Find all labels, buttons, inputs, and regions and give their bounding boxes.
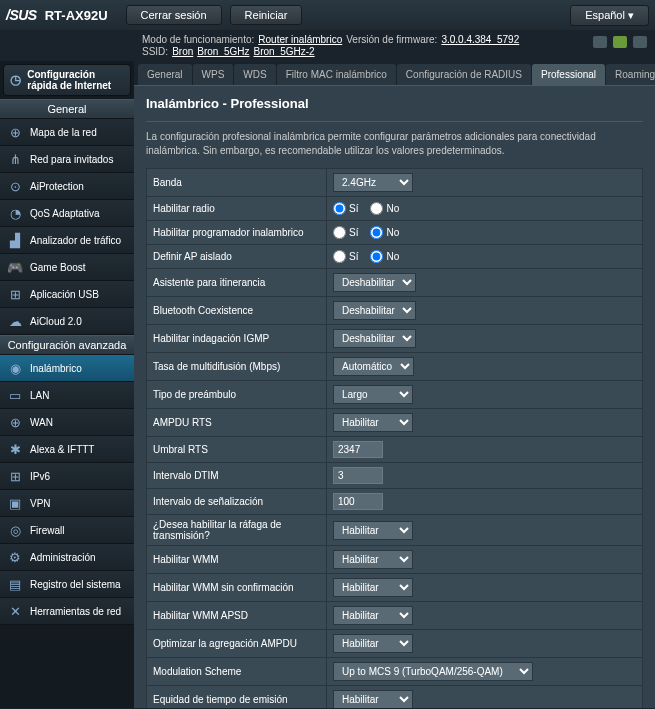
setting-input[interactable] bbox=[333, 441, 383, 458]
setting-select[interactable]: Deshabilitar bbox=[333, 273, 416, 292]
tab[interactable]: General bbox=[138, 64, 192, 85]
setting-control-cell: Habilitar bbox=[327, 686, 643, 709]
sidebar-item[interactable]: 🎮Game Boost bbox=[0, 254, 134, 281]
sidebar-icon: ▤ bbox=[6, 576, 24, 592]
radio-input[interactable] bbox=[370, 250, 383, 263]
sidebar-item-label: WAN bbox=[30, 417, 53, 428]
radio-input[interactable] bbox=[333, 226, 346, 239]
sidebar-item-label: Game Boost bbox=[30, 262, 86, 273]
setting-select[interactable]: Habilitar bbox=[333, 606, 413, 625]
sidebar-item[interactable]: ✕Herramientas de red bbox=[0, 598, 134, 625]
sidebar-item-label: Mapa de la red bbox=[30, 127, 97, 138]
radio-option[interactable]: Sí bbox=[333, 226, 358, 239]
info-bar: Modo de funcionamiento: Router inalámbri… bbox=[0, 30, 655, 61]
fw-label: Versión de firmware: bbox=[346, 34, 437, 45]
setting-control-cell: SíNo bbox=[327, 245, 643, 269]
setting-select[interactable]: Automático bbox=[333, 357, 414, 376]
sidebar-icon: ▟ bbox=[6, 232, 24, 248]
sidebar-item[interactable]: ⚙Administración bbox=[0, 544, 134, 571]
mode-value[interactable]: Router inalámbrico bbox=[258, 34, 342, 45]
sidebar-icon: ✕ bbox=[6, 603, 24, 619]
sidebar-icon: ✱ bbox=[6, 441, 24, 457]
setting-input[interactable] bbox=[333, 493, 383, 510]
ssid-1[interactable]: Bron bbox=[172, 46, 193, 57]
radio-option[interactable]: No bbox=[370, 250, 399, 263]
logout-button[interactable]: Cerrar sesión bbox=[126, 5, 222, 25]
tab[interactable]: Configuración de RADIUS bbox=[397, 64, 531, 85]
sidebar-item[interactable]: ⊞IPv6 bbox=[0, 463, 134, 490]
sidebar-item[interactable]: ◔QoS Adaptativa bbox=[0, 200, 134, 227]
quick-setup-button[interactable]: ◷ Configuración rápida de Internet bbox=[3, 64, 131, 96]
radio-option[interactable]: No bbox=[370, 226, 399, 239]
sidebar-item-label: VPN bbox=[30, 498, 51, 509]
setting-input[interactable] bbox=[333, 467, 383, 484]
brand-logo: /SUS bbox=[6, 7, 37, 23]
sidebar-item[interactable]: ◉Inalámbrico bbox=[0, 355, 134, 382]
status-icon-3[interactable] bbox=[633, 36, 647, 48]
sidebar-item[interactable]: ☁AiCloud 2.0 bbox=[0, 308, 134, 335]
reboot-button[interactable]: Reiniciar bbox=[230, 5, 303, 25]
sidebar-item-label: Administración bbox=[30, 552, 96, 563]
settings-table: Banda2.4GHzHabilitar radioSíNoHabilitar … bbox=[146, 168, 643, 708]
sidebar-item[interactable]: ▭LAN bbox=[0, 382, 134, 409]
status-icon-2[interactable] bbox=[613, 36, 627, 48]
sidebar-item[interactable]: ▤Registro del sistema bbox=[0, 571, 134, 598]
setting-select[interactable]: Habilitar bbox=[333, 550, 413, 569]
sidebar-item[interactable]: ⋔Red para invitados bbox=[0, 146, 134, 173]
tab[interactable]: Roaming Block List bbox=[606, 64, 655, 85]
setting-select[interactable]: Habilitar bbox=[333, 690, 413, 708]
sidebar-icon: ▭ bbox=[6, 387, 24, 403]
setting-row: Banda2.4GHz bbox=[147, 169, 643, 197]
setting-label: ¿Desea habilitar la ráfaga de transmisió… bbox=[147, 515, 327, 546]
setting-control-cell: Habilitar bbox=[327, 602, 643, 630]
setting-select[interactable]: Largo bbox=[333, 385, 413, 404]
fw-value[interactable]: 3.0.0.4.384_5792 bbox=[441, 34, 519, 45]
sidebar-item[interactable]: ◎Firewall bbox=[0, 517, 134, 544]
gauge-icon: ◷ bbox=[10, 72, 21, 88]
sidebar-item[interactable]: ▟Analizador de tráfico bbox=[0, 227, 134, 254]
tab[interactable]: WPS bbox=[193, 64, 234, 85]
setting-select[interactable]: Deshabilitar bbox=[333, 329, 416, 348]
setting-select[interactable]: Habilitar bbox=[333, 578, 413, 597]
status-icon-1[interactable] bbox=[593, 36, 607, 48]
ssid-2[interactable]: Bron_5GHz bbox=[197, 46, 249, 57]
radio-input[interactable] bbox=[333, 250, 346, 263]
setting-label: Asistente para itinerancia bbox=[147, 269, 327, 297]
setting-row: Optimizar la agregación AMPDUHabilitar bbox=[147, 630, 643, 658]
setting-select[interactable]: Habilitar bbox=[333, 521, 413, 540]
setting-select[interactable]: Habilitar bbox=[333, 634, 413, 653]
radio-group: SíNo bbox=[333, 202, 636, 215]
quick-setup-label: Configuración rápida de Internet bbox=[27, 69, 124, 91]
radio-option[interactable]: No bbox=[370, 202, 399, 215]
sidebar-item[interactable]: ▣VPN bbox=[0, 490, 134, 517]
sidebar-item[interactable]: ✱Alexa & IFTTT bbox=[0, 436, 134, 463]
setting-row: Habilitar WMMHabilitar bbox=[147, 546, 643, 574]
setting-control-cell: Deshabilitar bbox=[327, 297, 643, 325]
sidebar-item-label: Alexa & IFTTT bbox=[30, 444, 94, 455]
tab[interactable]: WDS bbox=[234, 64, 275, 85]
tab[interactable]: Filtro MAC inalámbrico bbox=[277, 64, 396, 85]
radio-input[interactable] bbox=[370, 226, 383, 239]
setting-select[interactable]: Deshabilitar bbox=[333, 301, 416, 320]
sidebar-item[interactable]: ⊞Aplicación USB bbox=[0, 281, 134, 308]
radio-option[interactable]: Sí bbox=[333, 202, 358, 215]
sidebar: ◷ Configuración rápida de Internet Gener… bbox=[0, 61, 134, 708]
sidebar-icon: ◔ bbox=[6, 205, 24, 221]
setting-select[interactable]: 2.4GHz bbox=[333, 173, 413, 192]
language-select[interactable]: Español ▾ bbox=[570, 5, 649, 26]
radio-input[interactable] bbox=[370, 202, 383, 215]
setting-select[interactable]: Habilitar bbox=[333, 413, 413, 432]
ssid-3[interactable]: Bron_5GHz-2 bbox=[254, 46, 315, 57]
setting-row: Tasa de multidifusión (Mbps)Automático bbox=[147, 353, 643, 381]
tab[interactable]: Professional bbox=[532, 64, 605, 85]
sidebar-item[interactable]: ⊕WAN bbox=[0, 409, 134, 436]
sidebar-item-label: Herramientas de red bbox=[30, 606, 121, 617]
radio-label: Sí bbox=[349, 227, 358, 238]
setting-row: Habilitar indagación IGMPDeshabilitar bbox=[147, 325, 643, 353]
sidebar-item[interactable]: ⊕Mapa de la red bbox=[0, 119, 134, 146]
setting-select[interactable]: Up to MCS 9 (TurboQAM/256-QAM) bbox=[333, 662, 533, 681]
radio-input[interactable] bbox=[333, 202, 346, 215]
radio-option[interactable]: Sí bbox=[333, 250, 358, 263]
sidebar-item[interactable]: ⊙AiProtection bbox=[0, 173, 134, 200]
sidebar-item-label: Analizador de tráfico bbox=[30, 235, 121, 246]
